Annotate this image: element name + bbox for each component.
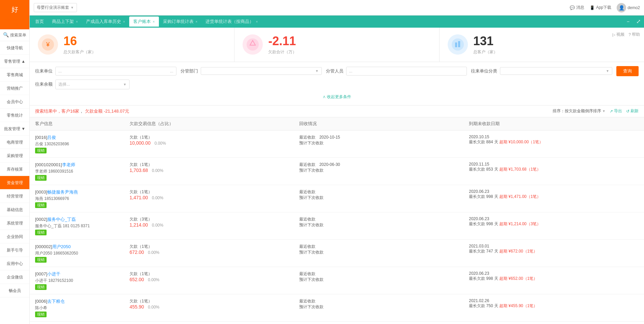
- debt-label-1: 欠款（1笔）: [130, 162, 299, 168]
- sidebar-item-retail-stats[interactable]: 零售统计: [0, 109, 29, 122]
- stat-label-overdue: 总欠款客户（家）: [63, 49, 96, 55]
- user-profile[interactable]: 👤 demo2: [617, 3, 640, 12]
- sidebar-item-enterprise[interactable]: 企业协同: [0, 230, 29, 243]
- overdue-info-1: 2020.11.15 最长欠款 853 天 超期 ¥1,703.68（1笔）: [469, 162, 639, 172]
- results-info: 搜索结果中，客户16家， 欠款金额 -21,148.07元 排序：按欠款金额倒序…: [30, 106, 644, 117]
- help-icon: ?: [628, 32, 631, 37]
- debt-amount-6: 455.90: [130, 304, 144, 310]
- close-tab-purchase-order-icon[interactable]: ×: [196, 20, 198, 24]
- customer-name-2[interactable]: [0003]畅捷服务尹海燕: [35, 189, 130, 195]
- source-unit-input[interactable]: ...: [55, 67, 176, 76]
- svg-rect-6: [458, 41, 460, 47]
- tab-product-offline[interactable]: 商品上下架 ×: [48, 17, 82, 27]
- tab-customer-account[interactable]: 客户账本 ×: [129, 17, 159, 27]
- stat-icon-amount: [243, 34, 263, 55]
- tab-inventory-stats[interactable]: 进货单统计表（按商品） ×: [201, 17, 262, 27]
- overdue-link-5[interactable]: 超期 ¥652.00（1笔）: [499, 276, 537, 281]
- close-tab-product-offline-icon[interactable]: ×: [76, 20, 78, 24]
- customer-phone-3: 服务中心_丁磊 181 0125 8371: [35, 223, 130, 229]
- recovery-latest-1: 最近收款 2020-06-30: [299, 162, 469, 168]
- search-menu-label: 搜索菜单: [10, 33, 26, 37]
- debt-percent-4: 0.00%: [148, 250, 159, 255]
- close-tab-customer-account-icon[interactable]: ×: [153, 20, 155, 24]
- customer-info-2: [0003]畅捷服务尹海燕 海燕 18513066976 现销: [35, 189, 130, 208]
- overdue-link-1[interactable]: 超期 ¥1,703.68（1笔）: [499, 167, 541, 172]
- tab-product-history[interactable]: 产成品入库单历史 ×: [82, 17, 129, 27]
- customer-tag-1: 现销: [35, 175, 47, 181]
- tab-minimize-button[interactable]: －: [623, 18, 633, 26]
- overdue-date-3: 2020.06.23: [469, 216, 639, 221]
- sidebar-item-app-center[interactable]: 应用中心: [0, 257, 29, 270]
- app-download-button[interactable]: 📱 App下载: [590, 5, 611, 10]
- sidebar-item-finance[interactable]: 资金管理: [0, 176, 29, 189]
- sidebar-item-batch-mgmt[interactable]: 批发管理 ▼: [0, 122, 29, 136]
- balance-label: 往来余额: [35, 81, 53, 87]
- sidebar-item-inventory[interactable]: 库存核算: [0, 163, 29, 176]
- help-button[interactable]: ? 帮助: [628, 32, 640, 37]
- person-input[interactable]: ...: [346, 67, 467, 76]
- sidebar-item-newcomer[interactable]: 新手引导: [0, 243, 29, 257]
- table-container: 客户信息 欠款交易信息（占比） 回收情况 到期未收款日期 [0016]吕俊 吕俊…: [30, 117, 644, 324]
- video-icon: ▷: [612, 32, 615, 37]
- overdue-link-4[interactable]: 超期 ¥672.00（1笔）: [499, 249, 537, 254]
- results-debt-text: 欠款金额 -21,148.07元: [85, 109, 129, 114]
- col-header-debt: 欠款交易信息（占比）: [130, 121, 299, 127]
- customer-tag-5: 现销: [35, 284, 47, 290]
- filter-group-category: 往来单位分类 ▼: [471, 67, 612, 75]
- filter-group-source-unit: 往来单位 ...: [35, 67, 176, 76]
- category-select[interactable]: ▼: [500, 67, 612, 75]
- sidebar-item-retail-mgmt[interactable]: 零售管理 ▲: [0, 55, 29, 68]
- recovery-info-5: 最近收款 预计下次收款: [299, 271, 469, 283]
- debt-percent-5: 0.00%: [148, 277, 159, 282]
- recovery-sub-5: 预计下次收款: [299, 277, 469, 283]
- customer-name-3[interactable]: [0002]服务中心_丁磊: [35, 216, 130, 223]
- sidebar-item-marketing[interactable]: 营销推广: [0, 82, 29, 95]
- debt-label-3: 欠款（3笔）: [130, 216, 299, 222]
- overdue-detail-3: 最长欠款 998 天 超期 ¥1,214.00（3笔）: [469, 221, 639, 227]
- overdue-link-3[interactable]: 超期 ¥1,214.00（3笔）: [499, 222, 541, 226]
- overdue-link-2[interactable]: 超期 ¥1,471.00（1笔）: [499, 194, 541, 199]
- sidebar-item-purchase[interactable]: 采购管理: [0, 149, 29, 163]
- debt-info-6: 欠款（1笔） 455.90 0.00%: [130, 298, 299, 310]
- overdue-link-6[interactable]: 超期 ¥455.90（1笔）: [499, 303, 537, 308]
- close-tab-product-history-icon[interactable]: ×: [123, 20, 125, 24]
- customer-tag-2: 现销: [35, 202, 47, 208]
- sidebar-item-retail-mall[interactable]: 零售商城: [0, 68, 29, 82]
- shop-selector[interactable]: 母婴行业演示账套 ▼: [34, 3, 77, 12]
- search-menu-item[interactable]: 🔍 搜索菜单: [0, 29, 29, 41]
- sidebar-item-member-plus[interactable]: 畅会员: [0, 284, 29, 297]
- sidebar-item-system[interactable]: 系统管理: [0, 216, 29, 230]
- debt-row-3: 1,214.00 0.00%: [130, 222, 299, 228]
- message-button[interactable]: 💬 消息: [570, 5, 584, 10]
- tab-maximize-button[interactable]: ⤢: [634, 18, 643, 26]
- sidebar-item-basic-info[interactable]: 基础信息: [0, 203, 29, 216]
- balance-chevron-icon: ▼: [123, 83, 127, 86]
- search-button[interactable]: 查询: [616, 66, 639, 76]
- sidebar-item-quick-nav[interactable]: 快捷导航: [0, 41, 29, 55]
- sort-chevron-icon[interactable]: ▼: [602, 109, 606, 113]
- customer-name-1[interactable]: [0001020001]李老师: [35, 162, 130, 168]
- sidebar-item-wechat[interactable]: 企业微信: [0, 270, 29, 284]
- export-button[interactable]: ↗ 导出: [610, 108, 622, 114]
- overdue-date-2: 2020.06.23: [469, 189, 639, 194]
- sidebar-item-member[interactable]: 会员中心: [0, 95, 29, 109]
- refresh-button[interactable]: ↺ 刷新: [626, 108, 639, 114]
- customer-name-4[interactable]: [000002]用户2050: [35, 244, 130, 250]
- overdue-info-6: 2021.02.26 最长欠款 750 天 超期 ¥455.90（1笔）: [469, 298, 639, 309]
- table-row: [0003]畅捷服务尹海燕 海燕 18513066976 现销 欠款（1笔） 1…: [30, 185, 644, 212]
- sidebar-logo[interactable]: 好 畅捷通好生意 示范: [0, 0, 29, 29]
- collapse-button[interactable]: ∧ 收起更多条件: [323, 94, 351, 99]
- video-help-button[interactable]: ▷ 视频: [612, 32, 624, 37]
- overdue-link-0[interactable]: 超期 ¥10,000.00（1笔）: [499, 140, 543, 144]
- sidebar-item-ecommerce[interactable]: 电商管理: [0, 136, 29, 149]
- close-tab-inventory-stats-icon[interactable]: ×: [256, 20, 258, 24]
- dept-select[interactable]: ▼: [201, 67, 322, 75]
- tab-purchase-order[interactable]: 采购订单统计表 ×: [159, 17, 202, 27]
- balance-select[interactable]: 选择... ▼: [55, 80, 130, 89]
- customer-name-5[interactable]: [0007]小进干: [35, 271, 130, 277]
- tab-home[interactable]: 首页: [31, 17, 48, 27]
- sidebar-item-operations[interactable]: 经营管理: [0, 189, 29, 203]
- customer-name-6[interactable]: [0006]去下粮仓: [35, 298, 130, 304]
- customer-name-0[interactable]: [0016]吕俊: [35, 135, 130, 141]
- table-row: [0016]吕俊 吕俊 13026203696 现销 欠款（1笔） 10,000…: [30, 130, 644, 158]
